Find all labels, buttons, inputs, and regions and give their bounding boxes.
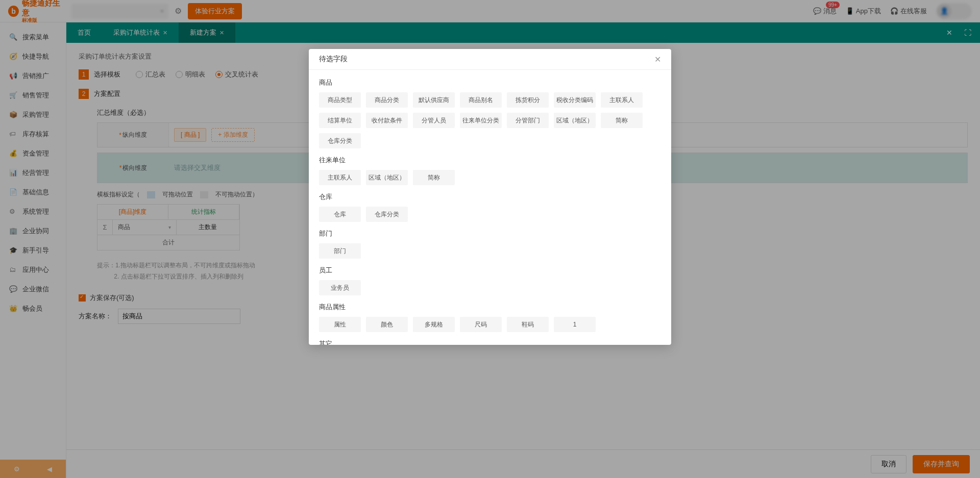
field-item[interactable]: 颜色 [366, 317, 408, 332]
field-item[interactable]: 税收分类编码 [554, 92, 596, 108]
field-group-5: 商品属性属性颜色多规格尺码鞋码1 [319, 303, 661, 332]
field-group-title: 仓库 [319, 192, 661, 202]
field-selector-modal: 待选字段 ✕ 商品商品类型商品分类默认供应商商品别名拣货积分税收分类编码主联系人… [309, 49, 671, 345]
field-item[interactable]: 商品别名 [460, 92, 502, 108]
field-group-title: 商品 [319, 78, 661, 87]
field-group-title: 员工 [319, 266, 661, 275]
field-item[interactable]: 简称 [413, 170, 455, 185]
field-item[interactable]: 分管部门 [507, 113, 549, 128]
field-item[interactable]: 部门 [319, 243, 361, 259]
field-group-title: 其它 [319, 339, 661, 345]
field-group-0: 商品商品类型商品分类默认供应商商品别名拣货积分税收分类编码主联系人结算单位收付款… [319, 78, 661, 148]
field-item[interactable]: 简称 [601, 113, 643, 128]
field-item[interactable]: 商品类型 [319, 92, 361, 108]
field-item[interactable]: 区域（地区） [554, 113, 596, 128]
field-item[interactable]: 往来单位分类 [460, 113, 502, 128]
field-item[interactable]: 尺码 [460, 317, 502, 332]
field-group-1: 往来单位主联系人区域（地区）简称 [319, 156, 661, 185]
field-item[interactable]: 鞋码 [507, 317, 549, 332]
close-icon[interactable]: ✕ [654, 55, 661, 64]
field-group-title: 部门 [319, 229, 661, 238]
field-group-2: 仓库仓库仓库分类 [319, 192, 661, 222]
field-group-6: 其它单据日期项目 [319, 339, 661, 345]
field-item[interactable]: 分管人员 [413, 113, 455, 128]
field-item[interactable]: 仓库分类 [366, 207, 408, 222]
field-item[interactable]: 主联系人 [319, 170, 361, 185]
modal-title: 待选字段 [319, 55, 348, 64]
field-item[interactable]: 多规格 [413, 317, 455, 332]
field-item[interactable]: 商品分类 [366, 92, 408, 108]
field-group-3: 部门部门 [319, 229, 661, 259]
field-item[interactable]: 拣货积分 [507, 92, 549, 108]
field-item[interactable]: 属性 [319, 317, 361, 332]
field-group-title: 往来单位 [319, 156, 661, 165]
field-item[interactable]: 默认供应商 [413, 92, 455, 108]
field-item[interactable]: 仓库 [319, 207, 361, 222]
field-item[interactable]: 结算单位 [319, 113, 361, 128]
field-group-title: 商品属性 [319, 303, 661, 312]
field-item[interactable]: 收付款条件 [366, 113, 408, 128]
field-item[interactable]: 区域（地区） [366, 170, 408, 185]
modal-header: 待选字段 ✕ [309, 49, 671, 70]
field-item[interactable]: 仓库分类 [319, 133, 361, 148]
modal-overlay[interactable]: 待选字段 ✕ 商品商品类型商品分类默认供应商商品别名拣货积分税收分类编码主联系人… [0, 0, 980, 478]
field-group-4: 员工业务员 [319, 266, 661, 295]
field-item[interactable]: 主联系人 [601, 92, 643, 108]
field-item[interactable]: 1 [554, 317, 596, 332]
field-item[interactable]: 业务员 [319, 280, 361, 295]
